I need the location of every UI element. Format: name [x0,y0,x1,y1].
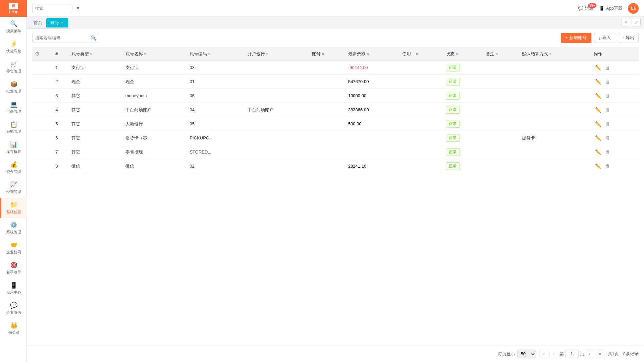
delete-btn[interactable]: 🗑 [604,106,611,113]
edit-btn[interactable]: ✏️ [594,106,603,114]
sidebar-item-basic-info[interactable]: 📁基础信息 [0,198,27,218]
operations-mgmt-label: 经营管理 [6,189,21,194]
row-actions: ✏️ 🗑 [591,61,639,75]
col-account_type[interactable]: 账号类型⇅ [69,47,123,61]
delete-btn[interactable]: 🗑 [604,134,611,141]
new-guide-label: 新手引导 [6,270,21,275]
row-settings-cell [32,103,53,117]
sidebar-item-wholesale-mgmt[interactable]: 📦批发管理 [0,77,27,97]
message-icon: 💬 [578,6,583,11]
next-page-btn[interactable]: › [586,350,594,358]
col-account_name[interactable]: 账号名称⇅ [123,47,187,61]
sort-icon: ⇅ [90,52,93,56]
row-usage [399,75,443,89]
row-status: 正常 [443,103,483,117]
sort-icon: ⇅ [455,52,458,56]
edit-btn[interactable]: ✏️ [594,134,603,142]
row-remark [483,61,519,75]
edit-btn[interactable]: ✏️ [594,92,603,100]
prev-page-btn[interactable]: ‹ [549,350,558,358]
inventory-check-label: 库存核算 [6,149,21,154]
edit-btn[interactable]: ✏️ [594,163,603,170]
sidebar-item-retail-mgmt[interactable]: 🛒零售管理 [0,57,27,77]
delete-btn[interactable]: 🗑 [604,92,611,99]
page-prefix: 第 [559,351,564,357]
row-no: 5 [53,117,68,131]
row-account-no [309,117,345,131]
user-avatar[interactable]: Ea [628,3,639,14]
delete-btn[interactable]: 🗑 [604,163,611,170]
row-status: 正常 [443,131,483,145]
tab-close-accounts[interactable]: ✕ [61,20,64,25]
sidebar-item-member[interactable]: 👑畅会员 [0,318,27,339]
header-message-btn[interactable]: 💬 消息 99+ [578,5,594,11]
header-search-input[interactable] [32,4,72,13]
export-button[interactable]: ↑ 导出 [618,33,639,43]
last-page-btn[interactable]: » [596,350,604,358]
col-settings: ⚙ [32,47,53,61]
tab-home[interactable]: 首页 [30,18,46,27]
row-default-settlement [519,159,591,173]
add-account-button[interactable]: + 新增账号 [561,33,591,43]
search-input[interactable] [35,36,91,40]
sidebar-item-search-menu[interactable]: 🔍搜索菜单 [0,17,27,37]
row-remark [483,103,519,117]
toolbar-right: + 新增账号 ↓ 导入 ↑ 导出 [561,33,639,43]
delete-btn[interactable]: 🗑 [604,148,611,156]
col-account_code[interactable]: 账号编码⇅ [187,47,245,61]
col-status[interactable]: 状态⇅ [443,47,483,61]
delete-btn[interactable]: 🗑 [604,64,611,71]
sidebar-item-system-mgmt[interactable]: ⚙️系统管理 [0,218,27,238]
row-bank [245,75,309,89]
page-nav: « ‹ 第 页 › » [539,350,604,358]
page-size-dropdown[interactable]: 102050100 [517,350,536,358]
col-remark[interactable]: 备注⇅ [483,47,519,61]
tab-accounts[interactable]: 账号✕ [46,18,68,27]
sidebar-item-ecommerce-mgmt[interactable]: 💻电商管理 [0,97,27,117]
row-remark [483,145,519,159]
sidebar-item-app-center[interactable]: 📱应用中心 [0,278,27,298]
delete-btn[interactable]: 🗑 [604,78,611,85]
window-maximize-btn[interactable]: ⤢ [632,18,641,27]
row-account-code: STORED... [187,145,245,159]
row-status: 正常 [443,89,483,103]
table-row: 3其它moneybosx0610000.00正常 ✏️ 🗑 [32,89,639,103]
sidebar-item-finance-mgmt[interactable]: 💰资金管理 [0,158,27,178]
col-account_no[interactable]: 账号⇅ [309,47,345,61]
sidebar-item-new-guide[interactable]: 🎯新手引导 [0,258,27,278]
toolbar: 🔍 + 新增账号 ↓ 导入 ↑ 导出 [27,29,644,47]
row-settings-cell [32,131,53,145]
edit-btn[interactable]: ✏️ [594,120,603,128]
app-download-btn[interactable]: 📱 App下载 [599,5,623,11]
search-menu-label: 搜索菜单 [6,28,21,34]
sidebar-item-inventory-check[interactable]: 📊库存核算 [0,137,27,158]
basic-info-icon: 📁 [10,201,17,208]
col-bank[interactable]: 开户银行⇅ [245,47,309,61]
edit-btn[interactable]: ✏️ [594,148,603,156]
settings-icon[interactable]: ⚙ [35,51,40,57]
row-usage [399,61,443,75]
edit-btn[interactable]: ✏️ [594,64,603,71]
row-account-name: 零售抵现 [123,145,187,159]
col-default_settlement[interactable]: 默认结算方式⇅ [519,47,591,61]
enterprise-agreement-icon: 🤝 [10,241,17,249]
edit-btn[interactable]: ✏️ [594,78,603,85]
search-icon[interactable]: 🔍 [91,35,96,41]
col-usage[interactable]: 使用...⇅ [399,47,443,61]
sidebar-item-operations-mgmt[interactable]: 📈经营管理 [0,178,27,198]
import-button[interactable]: ↓ 导入 [594,33,615,43]
header-dropdown-btn[interactable]: ▼ [76,6,80,11]
page-number-input[interactable] [565,350,579,358]
col-balance[interactable]: 最新余额⇅ [345,47,399,61]
first-page-btn[interactable]: « [539,350,548,358]
tab-bar: 首页账号✕ [27,17,71,29]
window-close-btn[interactable]: ✕ [622,18,630,27]
row-settings-cell [32,117,53,131]
sidebar-item-enterprise-wechat[interactable]: 💬企业微信 [0,298,27,318]
row-bank [245,159,309,173]
sidebar-item-purchase-mgmt[interactable]: 📋采购管理 [0,117,27,137]
sidebar-item-quick-nav[interactable]: ⚡快捷导航 [0,37,27,57]
row-remark [483,75,519,89]
delete-btn[interactable]: 🗑 [604,120,611,127]
sidebar-item-enterprise-agreement[interactable]: 🤝企业协同 [0,238,27,258]
